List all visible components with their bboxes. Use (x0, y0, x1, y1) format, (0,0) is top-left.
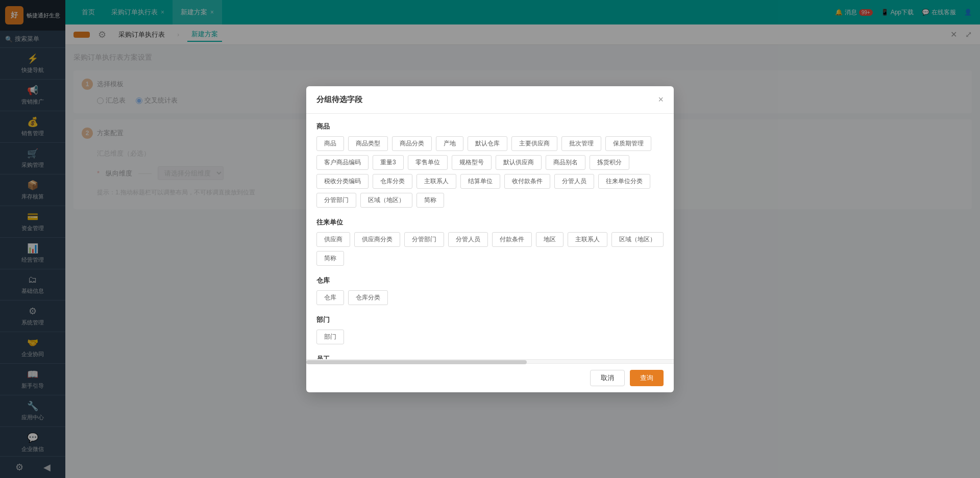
field-retail-unit[interactable]: 零售单位 (408, 155, 448, 170)
field-origin[interactable]: 产地 (436, 136, 463, 151)
section-warehouse-title: 仓库 (316, 276, 664, 285)
section-counterpart-tags: 供应商 供应商分类 分管部门 分管人员 付款条件 地区 主联系人 区域（地区） … (316, 232, 664, 266)
field-main-contact[interactable]: 主联系人 (416, 174, 456, 189)
field-default-supplier[interactable]: 默认供应商 (496, 155, 542, 170)
field-product-category[interactable]: 商品分类 (392, 136, 432, 151)
field-supplier-category[interactable]: 供应商分类 (354, 232, 400, 247)
field-customer-code[interactable]: 客户商品编码 (316, 155, 369, 170)
field-tax-code[interactable]: 税收分类编码 (316, 174, 369, 189)
modal-header: 分组待选字段 × (306, 86, 674, 114)
modal-overlay: 分组待选字段 × 商品 商品 商品类型 商品分类 产地 默认仓库 主要供应商 批… (0, 0, 980, 478)
confirm-button[interactable]: 查询 (630, 370, 664, 386)
field-dept[interactable]: 分管部门 (316, 193, 356, 208)
field-department[interactable]: 部门 (316, 330, 344, 344)
field-batch-mgmt[interactable]: 批次管理 (561, 136, 601, 151)
field-sup-dept[interactable]: 分管部门 (404, 232, 444, 247)
section-department: 部门 部门 (316, 315, 664, 344)
field-warehouse[interactable]: 仓库 (316, 290, 344, 305)
section-employee: 员工 业务员 (316, 355, 664, 360)
section-department-tags: 部门 (316, 330, 664, 344)
field-abbr[interactable]: 简称 (416, 193, 444, 208)
field-payment-terms[interactable]: 收付款条件 (504, 174, 550, 189)
field-weight[interactable]: 重量3 (373, 155, 404, 170)
field-sup-contact[interactable]: 主联系人 (568, 232, 607, 247)
field-sup-supervisor[interactable]: 分管人员 (448, 232, 488, 247)
field-product-alias[interactable]: 商品别名 (546, 155, 585, 170)
field-warehouse-cat[interactable]: 仓库分类 (348, 290, 388, 305)
section-warehouse: 仓库 仓库 仓库分类 (316, 276, 664, 305)
section-product-tags: 商品 商品类型 商品分类 产地 默认仓库 主要供应商 批次管理 保质期管理 客户… (316, 136, 664, 208)
field-product-type[interactable]: 商品类型 (348, 136, 388, 151)
field-supplier[interactable]: 供应商 (316, 232, 350, 247)
field-spec-model[interactable]: 规格型号 (452, 155, 492, 170)
field-settle-unit[interactable]: 结算单位 (460, 174, 500, 189)
section-employee-title: 员工 (316, 355, 664, 360)
field-payment-cond[interactable]: 付款条件 (492, 232, 532, 247)
field-sup-abbr[interactable]: 简称 (316, 251, 344, 266)
section-counterpart: 往来单位 供应商 供应商分类 分管部门 分管人员 付款条件 地区 主联系人 区域… (316, 218, 664, 266)
field-select-modal: 分组待选字段 × 商品 商品 商品类型 商品分类 产地 默认仓库 主要供应商 批… (306, 86, 674, 392)
field-expiry-mgmt[interactable]: 保质期管理 (605, 136, 651, 151)
section-department-title: 部门 (316, 315, 664, 324)
section-product: 商品 商品 商品类型 商品分类 产地 默认仓库 主要供应商 批次管理 保质期管理… (316, 122, 664, 208)
modal-title: 分组待选字段 (316, 95, 362, 105)
field-pick-points[interactable]: 拣货积分 (590, 155, 629, 170)
section-product-title: 商品 (316, 122, 664, 131)
section-counterpart-title: 往来单位 (316, 218, 664, 227)
cancel-button[interactable]: 取消 (590, 370, 625, 386)
modal-footer: 取消 查询 (306, 363, 674, 392)
field-counterpart-category[interactable]: 往来单位分类 (598, 174, 650, 189)
field-sup-region[interactable]: 区域（地区） (611, 232, 664, 247)
field-default-warehouse[interactable]: 默认仓库 (468, 136, 507, 151)
field-warehouse-category[interactable]: 仓库分类 (373, 174, 412, 189)
section-warehouse-tags: 仓库 仓库分类 (316, 290, 664, 305)
modal-close-btn[interactable]: × (658, 94, 664, 105)
field-supervisor[interactable]: 分管人员 (554, 174, 594, 189)
modal-hscroll-thumb[interactable] (306, 360, 527, 364)
field-product[interactable]: 商品 (316, 136, 344, 151)
modal-body[interactable]: 商品 商品 商品类型 商品分类 产地 默认仓库 主要供应商 批次管理 保质期管理… (306, 114, 674, 360)
modal-hscrollbar[interactable] (306, 359, 674, 363)
field-area[interactable]: 地区 (536, 232, 564, 247)
field-region[interactable]: 区域（地区） (360, 193, 412, 208)
field-main-supplier[interactable]: 主要供应商 (511, 136, 557, 151)
